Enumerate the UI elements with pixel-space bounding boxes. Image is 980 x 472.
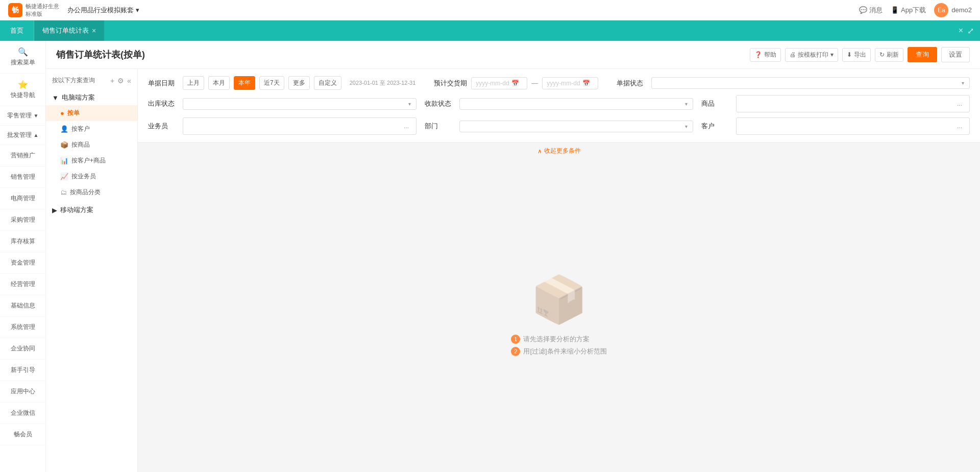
star-icon: ⭐ — [18, 80, 28, 89]
scheme-cat-icon: 🗂 — [60, 188, 67, 196]
expected-date-end-input[interactable]: yyyy-mm-dd 📅 — [542, 77, 598, 89]
refresh-icon: ↻ — [879, 51, 885, 58]
customer-more-btn[interactable]: ... — [955, 121, 964, 132]
collapse-panel-btn[interactable]: « — [127, 77, 131, 85]
mobile-group-header[interactable]: ▶ 移动端方案 — [46, 202, 137, 218]
salesperson-more-btn[interactable]: ... — [402, 121, 411, 132]
sidebar-item-retail[interactable]: 零售管理 ▼ — [0, 106, 45, 126]
doc-status-label: 单据状态 — [617, 79, 647, 88]
print-icon: 🖨 — [790, 51, 796, 58]
scheme-item-by-customer[interactable]: 👤 按客户 — [46, 121, 137, 137]
help-btn[interactable]: ❓ 帮助 — [750, 48, 781, 62]
empty-illustration: 📦 — [530, 273, 587, 326]
goods-select[interactable]: ... — [736, 95, 970, 112]
date-this-month-btn[interactable]: 本月 — [208, 76, 230, 90]
tab-maximize-btn[interactable]: ⤢ — [967, 26, 974, 36]
sidebar-item-appstore[interactable]: 应用中心 — [0, 381, 45, 403]
scheme-item-by-salesperson[interactable]: 📈 按业务员 — [46, 169, 137, 184]
export-btn[interactable]: ⬇ 导出 — [842, 48, 871, 62]
doc-status-group: 单据状态 ▾ — [617, 77, 970, 89]
sidebar-item-quick-nav[interactable]: ⭐ 快捷导航 — [0, 74, 45, 106]
scheme-settings-btn[interactable]: ⚙ — [117, 77, 124, 85]
tab-close-btn[interactable]: × — [92, 27, 96, 35]
top-bar-left: 畅 畅捷通好生意 标准版 办公用品行业模拟账套 ▾ — [8, 3, 143, 17]
chevron-down-icon: ▼ — [52, 94, 59, 102]
message-btn[interactable]: 💬 消息 — [859, 6, 883, 15]
tab-active[interactable]: 销售订单统计表 × — [34, 20, 104, 41]
dept-select[interactable]: ▾ — [459, 121, 693, 132]
print-btn[interactable]: 🖨 按模板打印 ▾ — [785, 48, 838, 62]
chevron-up-icon: ▲ — [34, 132, 39, 138]
sidebar-item-enterprise[interactable]: 企业协同 — [0, 338, 45, 360]
date-last-7-btn[interactable]: 近7天 — [259, 76, 284, 90]
scheme-item-by-category[interactable]: 🗂 按商品分类 — [46, 184, 137, 200]
sidebar-item-search[interactable]: 🔍 搜索菜单 — [0, 41, 45, 74]
add-scheme-btn[interactable]: + — [110, 77, 114, 85]
scheme-sp-icon: 📈 — [60, 173, 68, 180]
app-download-btn[interactable]: 📱 App下载 — [891, 6, 926, 15]
scheme-order-icon: ● — [60, 109, 64, 117]
settings-btn[interactable]: 设置 — [941, 47, 970, 62]
sidebar: 🔍 搜索菜单 ⭐ 快捷导航 零售管理 ▼ 批发管理 ▲ 营销推广 销售管理 电商… — [0, 41, 46, 472]
sidebar-item-ecom[interactable]: 电商管理 — [0, 188, 45, 209]
sidebar-item-wholesale[interactable]: 批发管理 ▲ — [0, 126, 45, 145]
sidebar-item-sales[interactable]: 销售管理 — [0, 167, 45, 188]
page-area: 销售订单统计表(按单) ❓ 帮助 🖨 按模板打印 ▾ ⬇ 导出 ↻ 刷新 — [46, 41, 980, 472]
refresh-btn[interactable]: ↻ 刷新 — [875, 48, 903, 62]
goods-label: 商品 — [701, 99, 732, 108]
sidebar-item-marketing[interactable]: 营销推广 — [0, 145, 45, 167]
export-icon: ⬇ — [847, 51, 852, 58]
content-area: 按以下方案查询 + ⚙ « ▼ 电脑端方案 ● 按单 — [46, 69, 980, 472]
sidebar-item-basic[interactable]: 基础信息 — [0, 295, 45, 317]
query-btn[interactable]: 查询 — [908, 47, 937, 62]
app-selector[interactable]: 办公用品行业模拟账套 ▾ — [63, 4, 143, 17]
goods-more-btn[interactable]: ... — [955, 98, 964, 109]
date-last-month-btn[interactable]: 上月 — [183, 76, 204, 90]
date-filter-group: 单据日期 上月 本月 本年 近7天 更多 自定义 — [148, 76, 341, 90]
sidebar-item-finance[interactable]: 资金管理 — [0, 252, 45, 274]
filter-row-2: 出库状态 ▾ 收款状态 ▾ — [148, 95, 970, 112]
filter-row-1: 单据日期 上月 本月 本年 近7天 更多 自定义 2023-01-01 至 20… — [148, 76, 970, 90]
tab-home[interactable]: 首页 — [0, 20, 34, 41]
sidebar-item-purchase[interactable]: 采购管理 — [0, 209, 45, 231]
scheme-item-by-order[interactable]: ● 按单 — [46, 105, 137, 121]
expected-date-start-input[interactable]: yyyy-mm-dd 📅 — [471, 77, 527, 89]
scheme-item-by-customer-goods[interactable]: 📊 按客户+商品 — [46, 153, 137, 169]
sidebar-item-operations[interactable]: 经营管理 — [0, 274, 45, 295]
date-dash: — — [531, 79, 538, 87]
date-this-year-btn[interactable]: 本年 — [234, 76, 255, 90]
date-custom-btn[interactable]: 自定义 — [314, 76, 341, 90]
doc-status-select[interactable]: ▾ — [651, 77, 970, 89]
sidebar-item-newbie[interactable]: 新手引导 — [0, 360, 45, 381]
avatar: Ea — [934, 3, 948, 17]
tip-num-2: 2 — [511, 347, 520, 356]
main-content: 🔍 搜索菜单 ⭐ 快捷导航 零售管理 ▼ 批发管理 ▲ 营销推广 销售管理 电商… — [0, 41, 980, 472]
date-more-btn[interactable]: 更多 — [288, 76, 310, 90]
sidebar-item-system[interactable]: 系统管理 — [0, 317, 45, 338]
panel-header-label: 按以下方案查询 — [52, 76, 95, 85]
panel-header-icons: + ⚙ « — [110, 77, 131, 85]
sidebar-item-inventory[interactable]: 库存核算 — [0, 231, 45, 252]
sidebar-item-member[interactable]: 畅会员 — [0, 424, 45, 445]
collapse-bar[interactable]: ∧ 收起更多条件 — [138, 143, 980, 159]
scheme-goods-icon: 📦 — [60, 141, 68, 149]
scheme-item-by-goods[interactable]: 📦 按商品 — [46, 137, 137, 153]
tab-minimize-btn[interactable]: × — [959, 26, 963, 35]
salesperson-label: 业务员 — [148, 122, 179, 131]
scheme-customer-icon: 👤 — [60, 125, 68, 133]
panel-header: 按以下方案查询 + ⚙ « — [46, 73, 137, 88]
logo-area: 畅 畅捷通好生意 标准版 — [8, 3, 59, 17]
payment-status-select[interactable]: ▾ — [459, 98, 693, 110]
tip-num-1: 1 — [511, 335, 520, 344]
right-panel: 单据日期 上月 本月 本年 近7天 更多 自定义 2023-01-01 至 20… — [138, 69, 980, 472]
salesperson-select[interactable]: ... — [183, 117, 416, 135]
user-area[interactable]: Ea demo2 — [934, 3, 972, 17]
sidebar-item-wechat[interactable]: 企业微信 — [0, 403, 45, 424]
ship-status-group: 出库状态 ▾ — [148, 98, 416, 110]
pc-group-header[interactable]: ▼ 电脑端方案 — [46, 90, 137, 105]
scheme-panel: 按以下方案查询 + ⚙ « ▼ 电脑端方案 ● 按单 — [46, 69, 138, 472]
customer-group: 客户 ... — [701, 117, 970, 135]
tab-bar: 首页 销售订单统计表 × × ⤢ — [0, 20, 980, 41]
customer-select[interactable]: ... — [736, 117, 970, 135]
ship-status-select[interactable]: ▾ — [183, 98, 416, 110]
